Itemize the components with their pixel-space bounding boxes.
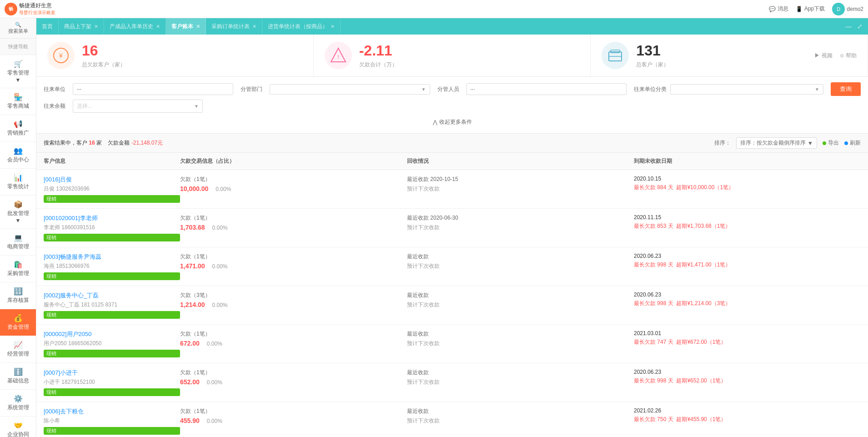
tab-minimize-btn[interactable]: — — [843, 22, 853, 31]
manager-input[interactable]: ··· — [467, 83, 627, 95]
refresh-btn[interactable]: 刷新 — [844, 139, 861, 147]
sidebar-item-stock-check[interactable]: 🔢 库存核算 — [0, 282, 36, 309]
sidebar-item-retail-mall[interactable]: 🏪 零售商城 — [0, 88, 36, 115]
close-tab-product-offline[interactable]: ✕ — [94, 24, 98, 30]
sort-select[interactable]: 排序：按欠款金额倒序排序 ▼ — [736, 137, 817, 149]
sidebar-item-fund-mgmt[interactable]: 💰 资金管理 — [0, 309, 36, 336]
sidebar-item-retail-mgmt[interactable]: 🛒 零售管理 ▼ — [0, 55, 36, 88]
results-actions: 排序： 排序：按欠款金额倒序排序 ▼ 导出 刷新 — [714, 137, 861, 149]
customer-name-5[interactable]: [0007]小进干 — [44, 369, 180, 377]
close-tab-customer-account[interactable]: ✕ — [196, 24, 200, 30]
sidebar-item-retail-stat[interactable]: 📊 零售统计 — [0, 169, 36, 196]
department-select[interactable]: ▼ — [270, 84, 430, 95]
debt-ratio-1: 0.00% — [212, 225, 228, 231]
overdue-info-0: 2020.10.15 最长欠款 884 天 超期¥10,000.00（1笔） — [634, 176, 861, 203]
tab-maximize-btn[interactable]: ⤢ — [855, 22, 864, 31]
stat-card-right: ▶ 视频 ⊙ 帮助 — [814, 52, 857, 60]
debt-ratio-5: 0.00% — [207, 379, 222, 386]
sidebar-item-batch-mgmt[interactable]: 📦 批发管理 ▼ — [0, 196, 36, 229]
tab-spacer — [341, 18, 840, 35]
retail-mall-icon: 🏪 — [2, 93, 34, 101]
export-btn[interactable]: 导出 — [823, 139, 839, 147]
stat-label-debt-amount: 欠款合计（万） — [359, 61, 397, 69]
customer-tag-1: 现销 — [44, 234, 180, 241]
overdue-detail-0[interactable]: 最长欠款 884 天 超期¥10,000.00（1笔） — [634, 184, 861, 191]
page-content: ¥ 16 总欠款客户（家） ! -2.11 欠款合计（万） — [36, 35, 868, 437]
close-tab-purchase-stat[interactable]: ✕ — [331, 24, 335, 30]
results-debt-value: -21,148.07元 — [131, 140, 163, 146]
overdue-detail-2[interactable]: 最长欠款 998 天 超期¥1,471.00（1笔） — [634, 261, 861, 269]
tab-purchase-stat[interactable]: 进货单统计表（按商品） ✕ — [262, 18, 341, 35]
sidebar-item-enterprise-collab[interactable]: 🤝 企业协同 — [0, 417, 36, 437]
sidebar-item-purchase-mgmt[interactable]: 🛍️ 采购管理 — [0, 256, 36, 282]
tab-home[interactable]: 首页 — [36, 18, 59, 35]
overdue-info-2: 2020.06.23 最长欠款 998 天 超期¥1,471.00（1笔） — [634, 253, 861, 280]
customer-name-0[interactable]: [0016]吕俊 — [44, 176, 180, 184]
table-row: [000002]用户2050 用户2050 18665062050 现销 欠款（… — [36, 325, 868, 363]
overdue-detail-5[interactable]: 最长欠款 998 天 超期¥652.00（1笔） — [634, 377, 861, 385]
overdue-date-5: 2020.06.23 — [634, 369, 861, 375]
filter-item-balance: 往来余额 选择... ▼ — [44, 100, 203, 113]
sidebar-search[interactable]: 🔍 搜索菜单 — [0, 18, 36, 39]
view-btn[interactable]: ▶ 视频 — [814, 52, 832, 60]
logo-area: 畅 畅捷通好生意 母婴行业演示账套 — [5, 2, 55, 16]
sidebar-item-member[interactable]: 👥 会员中心 — [0, 142, 36, 169]
customer-name-2[interactable]: [0003]畅捷服务尹海蕊 — [44, 253, 180, 261]
collapse-btn[interactable]: ⋀ 收起更多条件 — [44, 116, 861, 128]
sidebar-item-basic-info[interactable]: ℹ️ 基础信息 — [0, 363, 36, 390]
close-tab-product-history[interactable]: ✕ — [156, 24, 160, 30]
customer-tag-4: 现销 — [44, 350, 180, 357]
message-btn[interactable]: 💬 消息 — [769, 5, 788, 13]
overdue-detail-3[interactable]: 最长欠款 998 天 超期¥1,214.00（3笔） — [634, 300, 861, 307]
overdue-detail-1[interactable]: 最长欠款 853 天 超期¥1,703.68（1笔） — [634, 222, 861, 230]
avatar: D — [832, 3, 845, 15]
member-icon: 👥 — [2, 146, 34, 155]
stat-info-debt-amount: -2.11 欠款合计（万） — [359, 42, 397, 69]
customer-name-1[interactable]: [0001020001]李老师 — [44, 214, 180, 222]
recovery-info-0: 最近收款 2020-10-15 预计下次收款 — [407, 176, 634, 203]
from-unit-input[interactable]: ··· — [73, 83, 233, 95]
tab-customer-account[interactable]: 客户账本 ✕ — [166, 18, 206, 35]
unit-category-select[interactable]: ▼ — [670, 84, 823, 95]
store-label[interactable]: 母婴行业演示账套 — [19, 10, 55, 16]
sidebar-item-nav[interactable]: 快捷导航 — [0, 39, 36, 55]
customer-name-4[interactable]: [000002]用户2050 — [44, 330, 180, 338]
col-recovery: 回收情况 — [407, 157, 634, 165]
sidebar-item-ecommerce[interactable]: 💻 电商管理 — [0, 229, 36, 256]
tab-purchase-order[interactable]: 采购订单统计表 ✕ — [206, 18, 262, 35]
stat-label-total-customers: 总客户（家） — [636, 61, 669, 69]
tab-product-history[interactable]: 产成品入库单历史 ✕ — [104, 18, 166, 35]
balance-select[interactable]: 选择... ▼ — [73, 100, 203, 113]
tab-product-offline[interactable]: 商品上下架 ✕ — [59, 18, 104, 35]
sidebar-item-marketing[interactable]: 📢 营销推广 — [0, 115, 36, 142]
help-btn[interactable]: ⊙ 帮助 — [840, 52, 857, 60]
overdue-detail-6[interactable]: 最长欠款 750 天 超期¥455.90（1笔） — [634, 416, 861, 423]
recovery-date-4: 最近收款 — [407, 330, 634, 338]
debt-amount-5: 652.00 — [180, 378, 200, 386]
customer-name-3[interactable]: [0002]服务中心_丁磊 — [44, 291, 180, 300]
stat-label-debt-customers: 总欠款客户（家） — [82, 61, 125, 69]
manager-label: 分管人员 — [437, 85, 463, 93]
results-bar: 搜索结果中，客户 16 家 欠款金额 -21,148.07元 排序： 排序：按欠… — [36, 134, 868, 153]
retail-stat-icon: 📊 — [2, 173, 34, 182]
search-button[interactable]: 查询 — [831, 82, 861, 96]
help-icon: ⊙ — [840, 52, 844, 59]
filter-item-manager: 分管人员 ··· — [437, 83, 627, 95]
sidebar-item-operation-mgmt[interactable]: 📈 经营管理 — [0, 336, 36, 363]
debt-count-2: 欠款（1笔） — [180, 253, 407, 261]
user-menu[interactable]: D demo2 — [832, 3, 863, 15]
overdue-detail-4[interactable]: 最长欠款 747 天 超期¥672.00（1笔） — [634, 338, 861, 346]
customer-name-6[interactable]: [0006]去下粮仓 — [44, 407, 180, 416]
message-icon: 💬 — [769, 6, 776, 12]
sidebar-item-system-mgmt[interactable]: ⚙️ 系统管理 — [0, 390, 36, 417]
app-download-btn[interactable]: 📱 App下载 — [796, 5, 825, 13]
customer-info-1: [0001020001]李老师 李老师 18600391516 现销 — [44, 214, 180, 241]
customer-info-3: [0002]服务中心_丁磊 服务中心_丁磊 181 0125 8371 现销 — [44, 291, 180, 319]
close-tab-purchase-order[interactable]: ✕ — [252, 24, 256, 30]
recovery-next-4: 预计下次收款 — [407, 340, 634, 347]
overdue-date-4: 2021.03.01 — [634, 330, 861, 337]
from-unit-label: 往来单位 — [44, 85, 69, 93]
stock-check-icon: 🔢 — [2, 287, 34, 296]
recovery-next-1: 预计下次收款 — [407, 224, 634, 231]
stat-value-debt-customers: 16 — [82, 42, 125, 59]
